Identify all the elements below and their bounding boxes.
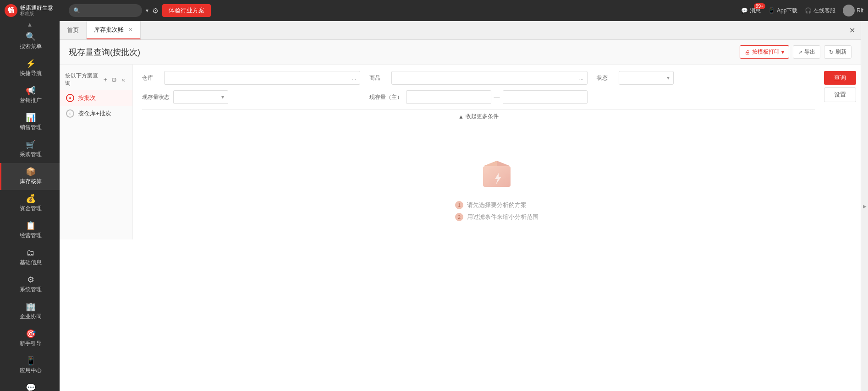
collapse-more-button[interactable]: ▲ 收起更多条件 xyxy=(142,109,815,123)
filter-option-icon-warehouse: ○ xyxy=(66,109,74,118)
message-badge: 99+ xyxy=(754,3,765,9)
export-button[interactable]: ↗ 导出 xyxy=(793,45,820,59)
print-button[interactable]: 🖨 按模板打印 ▾ xyxy=(740,45,789,59)
inv-qty-label: 现存量（主） xyxy=(369,93,402,101)
nav-search-bar[interactable]: 🔍 xyxy=(69,4,142,17)
chevron-down-icon2: ▾ xyxy=(221,94,224,100)
action-buttons-column: 查询 设置 xyxy=(824,65,861,130)
filter-sidebar-title: 按以下方案查询 xyxy=(65,72,102,87)
nav-dropdown-button[interactable]: ▾ xyxy=(146,7,148,14)
sidebar-item-finance[interactable]: 💰 资金管理 xyxy=(0,190,60,217)
marketing-icon: 📢 xyxy=(26,87,36,95)
finance-icon: 💰 xyxy=(26,195,36,203)
experience-button[interactable]: 体验行业方案 xyxy=(162,4,211,17)
collapse-more-label: 收起更多条件 xyxy=(466,113,499,120)
status-select[interactable]: ▾ xyxy=(619,71,674,85)
settings-gear-button[interactable]: ⚙ xyxy=(152,6,159,15)
search-icon: 🔍 xyxy=(73,7,80,14)
sidebar-item-enterprise[interactable]: 🏢 企业协同 xyxy=(0,298,60,325)
filter-collapse-button[interactable]: « xyxy=(120,74,127,85)
export-icon: ↗ xyxy=(798,49,802,55)
sidebar-item-purchase[interactable]: 🛒 采购管理 xyxy=(0,136,60,163)
search-icon: 🔍 xyxy=(26,33,36,41)
sidebar-item-apps[interactable]: 📱 应用中心 xyxy=(0,352,60,379)
filter-option-by-batch[interactable]: ● 按批次 xyxy=(60,90,132,106)
svg-marker-2 xyxy=(497,161,511,166)
product-label: 商品 xyxy=(369,74,388,82)
sidebar-label-operations: 经营管理 xyxy=(20,232,42,239)
refresh-button[interactable]: ↻ 刷新 xyxy=(824,45,852,59)
query-button[interactable]: 查询 xyxy=(824,71,856,85)
logo-icon: 畅 xyxy=(5,4,17,17)
filter-option-by-warehouse-batch[interactable]: ○ 按仓库+批次 xyxy=(60,106,132,121)
chevron-up-icon: ▲ xyxy=(458,114,464,120)
sidebar-item-basic[interactable]: 🗂 基础信息 xyxy=(0,244,60,271)
filter-row-2: 现存量状态 ▾ 现存量（主） xyxy=(142,90,815,104)
sidebar-scroll-up[interactable]: ▲ xyxy=(0,21,60,28)
sidebar: ▲ 🔍 搜索菜单 ⚡ 快捷导航 📢 营销推广 📊 销售管理 🛒 采购管理 📦 库… xyxy=(0,21,60,391)
purchase-icon: 🛒 xyxy=(26,141,36,149)
sidebar-item-wechat[interactable]: 💬 企业微信 xyxy=(0,379,60,391)
online-service-button[interactable]: 🎧 在线客服 xyxy=(805,7,835,15)
panel-close-button[interactable]: ✕ xyxy=(844,26,861,35)
chevron-down-icon: ▾ xyxy=(667,75,670,81)
sidebar-item-marketing[interactable]: 📢 营销推广 xyxy=(0,82,60,109)
app-logo: 畅 畅康通好生意 标准版 xyxy=(5,4,64,17)
filter-sidebar-header: 按以下方案查询 ＋ ⊙ « xyxy=(60,69,132,90)
top-navigation: 畅 畅康通好生意 标准版 🔍 ▾ ⚙ 体验行业方案 💬 消息 99+ 📱 App… xyxy=(0,0,868,21)
export-label: 导出 xyxy=(804,48,815,56)
sidebar-label-basic: 基础信息 xyxy=(20,259,42,266)
filter-fields-row: 仓库 ... 商品 xyxy=(133,65,861,130)
enterprise-icon: 🏢 xyxy=(26,303,36,311)
inv-qty-to-input[interactable] xyxy=(503,90,588,104)
inv-status-select[interactable]: ▾ xyxy=(173,90,228,104)
user-avatar[interactable]: Rit xyxy=(843,5,863,16)
settings-button[interactable]: 设置 xyxy=(824,87,856,102)
top-nav-right: 💬 消息 99+ 📱 App下载 🎧 在线客服 Rit xyxy=(741,5,863,16)
product-input[interactable]: ... xyxy=(391,71,588,85)
inv-qty-from-input[interactable] xyxy=(406,90,491,104)
print-label: 按模板打印 xyxy=(752,48,780,56)
svg-marker-1 xyxy=(483,161,497,166)
hint-text-2: 用过滤条件来缩小分析范围 xyxy=(467,213,538,221)
tabs-bar: 首页 库存批次账 ✕ ✕ xyxy=(60,21,861,40)
filter-target-button[interactable]: ⊙ xyxy=(111,74,117,85)
sidebar-item-newbie[interactable]: 🎯 新手引导 xyxy=(0,325,60,352)
page-actions: 🖨 按模板打印 ▾ ↗ 导出 ↻ 刷新 xyxy=(740,45,852,59)
message-button[interactable]: 💬 消息 99+ xyxy=(741,7,761,15)
tab-home[interactable]: 首页 xyxy=(60,22,87,39)
filter-add-button[interactable]: ＋ xyxy=(102,74,109,85)
warehouse-more-icon: ... xyxy=(352,75,356,81)
tab-inventory-batch[interactable]: 库存批次账 ✕ xyxy=(87,21,141,39)
tab-close-button[interactable]: ✕ xyxy=(128,27,133,33)
right-panel-toggle[interactable]: ▶ xyxy=(862,204,867,209)
sidebar-item-quicknav[interactable]: ⚡ 快捷导航 xyxy=(0,55,60,82)
inventory-icon: 📦 xyxy=(26,168,36,176)
sidebar-item-operations[interactable]: 📋 经营管理 xyxy=(0,217,60,244)
sidebar-item-inventory[interactable]: 📦 库存核算 xyxy=(0,163,60,190)
wechat-icon: 💬 xyxy=(26,384,36,391)
sidebar-label-sales: 销售管理 xyxy=(20,124,42,131)
refresh-icon: ↻ xyxy=(829,49,834,55)
inv-qty-range: — xyxy=(406,90,588,104)
quicknav-icon: ⚡ xyxy=(26,60,36,68)
warehouse-input[interactable]: ... xyxy=(164,71,360,85)
filter-field-warehouse: 仓库 ... xyxy=(142,71,360,85)
page-header: 现存量查询(按批次) 🖨 按模板打印 ▾ ↗ 导出 ↻ 刷新 xyxy=(60,40,861,65)
sidebar-label-inventory: 库存核算 xyxy=(20,178,42,185)
sidebar-item-search[interactable]: 🔍 搜索菜单 xyxy=(0,28,60,55)
page-title: 现存量查询(按批次) xyxy=(69,47,140,58)
sidebar-item-system[interactable]: ⚙ 系统管理 xyxy=(0,271,60,298)
app-download-button[interactable]: 📱 App下载 xyxy=(768,7,797,15)
warehouse-label: 仓库 xyxy=(142,74,160,82)
right-panel[interactable]: ▶ xyxy=(861,21,868,391)
filter-sidebar-icons: ＋ ⊙ « xyxy=(102,74,127,85)
top-nav-center: 🔍 ▾ ⚙ 体验行业方案 xyxy=(64,4,741,17)
filter-right: 仓库 ... 商品 xyxy=(133,65,861,239)
filter-panel: 按以下方案查询 ＋ ⊙ « ● 按批次 ○ 按仓库+批次 xyxy=(60,65,861,239)
message-icon: 💬 xyxy=(741,7,748,14)
inv-status-label: 现存量状态 xyxy=(142,93,170,101)
sidebar-item-sales[interactable]: 📊 销售管理 xyxy=(0,109,60,136)
sidebar-label-search: 搜索菜单 xyxy=(20,43,42,50)
filter-fields: 仓库 ... 商品 xyxy=(133,65,824,130)
